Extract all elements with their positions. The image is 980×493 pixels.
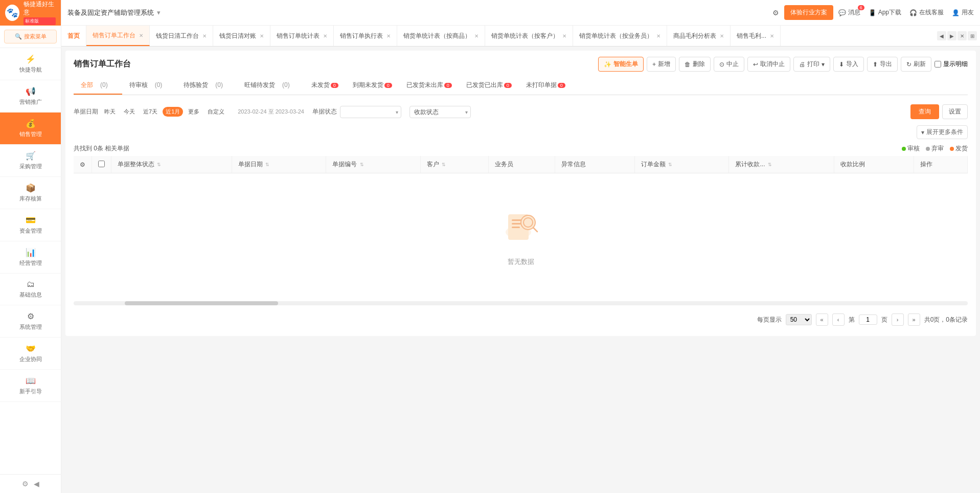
- tab-close-goods-stats[interactable]: ✕: [474, 33, 478, 39]
- horizontal-scrollbar[interactable]: [74, 301, 968, 305]
- per-page-select[interactable]: 50 10 20 100: [786, 314, 812, 325]
- tab-close-sales-margin[interactable]: ✕: [770, 33, 774, 39]
- sidebar-item-system[interactable]: ⚙ 系统管理: [0, 305, 61, 338]
- sidebar-item-inventory[interactable]: 📦 库存核算: [0, 177, 61, 209]
- audit-op[interactable]: 审核: [902, 144, 920, 153]
- date-opt-1month[interactable]: 近1月: [163, 107, 183, 117]
- sub-tab-overdue[interactable]: 到期未发货0: [346, 77, 399, 95]
- date-opt-more[interactable]: 更多: [185, 107, 202, 117]
- expand-filter-button[interactable]: ▾ 展开更多条件: [917, 125, 968, 139]
- unaudit-op[interactable]: 弃审: [926, 144, 944, 153]
- delete-button[interactable]: 🗑 删除: [679, 57, 711, 72]
- smart-generate-button[interactable]: ✨ 智能生单: [598, 57, 644, 72]
- tab-expand[interactable]: ⊞: [968, 31, 977, 40]
- sales-stats-tab-label: 销售订单统计表: [277, 32, 320, 40]
- add-button[interactable]: + 新增: [647, 57, 676, 72]
- status-select[interactable]: [340, 106, 401, 118]
- search-menu-button[interactable]: 🔍 搜索菜单: [4, 30, 57, 43]
- tab-sales-stats[interactable]: 销售订单统计表 ✕: [270, 26, 334, 46]
- sub-tab-pending-inspect[interactable]: 待拣验货(0): [176, 77, 237, 95]
- sub-tab-pending-inspect-label: 待拣验货: [184, 81, 208, 88]
- app-download-area[interactable]: 📱 App下载: [869, 8, 901, 17]
- sub-tab-not-shipped[interactable]: 未发货0: [304, 77, 346, 95]
- tab-customer-stats[interactable]: 销货单统计表（按客户） ✕: [485, 26, 573, 46]
- col-setting[interactable]: ⚙: [74, 156, 92, 173]
- export-button[interactable]: ⬆ 导出: [867, 57, 898, 72]
- tab-daily-clearance[interactable]: 钱货日清工作台 ✕: [150, 26, 213, 46]
- sort-icon-number[interactable]: ⇅: [360, 162, 364, 167]
- settings-bottom-icon[interactable]: ⚙: [22, 480, 29, 488]
- page-next-button[interactable]: ›: [892, 313, 904, 326]
- svg-rect-3: [512, 223, 522, 225]
- ship-op[interactable]: 发货: [950, 144, 968, 153]
- sort-icon-amount[interactable]: ⇅: [668, 162, 672, 167]
- sub-tab-shipped-out[interactable]: 已发货已出库0: [459, 77, 519, 95]
- stop-button[interactable]: ⊙ 中止: [714, 57, 744, 72]
- sort-icon-date[interactable]: ⇅: [265, 162, 269, 167]
- select-all-checkbox[interactable]: [98, 161, 105, 167]
- tab-sales-margin[interactable]: 销售毛利... ✕: [731, 26, 781, 46]
- message-area[interactable]: 💬 消息 6: [838, 8, 860, 17]
- tab-daily-reconciliation[interactable]: 钱货日清对账 ✕: [213, 26, 270, 46]
- print-button[interactable]: 🖨 打印 ▾: [793, 57, 830, 72]
- set-button[interactable]: 设置: [942, 104, 968, 119]
- tab-close-customer-stats[interactable]: ✕: [562, 33, 566, 39]
- date-opt-yesterday[interactable]: 昨天: [101, 107, 119, 117]
- sidebar-item-marketing[interactable]: 📢 营销推广: [0, 80, 61, 113]
- tab-sales-workbench[interactable]: 销售订单工作台 ✕: [86, 26, 150, 46]
- query-button[interactable]: 查询: [910, 104, 939, 119]
- page-prev-button[interactable]: ‹: [832, 313, 845, 326]
- show-detail-checkbox[interactable]: [935, 61, 941, 68]
- sidebar-item-sales[interactable]: 💰 销售管理: [0, 113, 61, 145]
- sub-tab-not-printed[interactable]: 未打印单据0: [519, 77, 573, 95]
- sidebar-item-enterprise[interactable]: 🤝 企业协同: [0, 338, 61, 370]
- cancel-stop-button[interactable]: ↩ 取消中止: [747, 57, 790, 72]
- tab-close-salesman-stats[interactable]: ✕: [656, 33, 660, 39]
- collapse-icon[interactable]: ◀: [34, 480, 39, 488]
- page-first-button[interactable]: «: [816, 313, 828, 326]
- date-opt-7days[interactable]: 近7天: [140, 107, 161, 117]
- online-service-area[interactable]: 🎧 在线客服: [909, 8, 944, 17]
- tab-close-sales-workbench[interactable]: ✕: [139, 33, 143, 38]
- user-area[interactable]: 👤 用友: [952, 8, 974, 17]
- sidebar-item-guide[interactable]: 📖 新手引导: [0, 370, 61, 402]
- col-checkbox[interactable]: [92, 156, 111, 173]
- tab-scroll-left[interactable]: ◀: [937, 31, 946, 40]
- date-opt-custom[interactable]: 自定义: [204, 107, 227, 117]
- refresh-button[interactable]: ↻ 刷新: [901, 57, 931, 72]
- sort-icon-collected[interactable]: ⇅: [768, 162, 772, 167]
- show-detail-label[interactable]: 显示明细: [935, 60, 968, 69]
- tab-margin-analysis[interactable]: 商品毛利分析表 ✕: [667, 26, 731, 46]
- tab-close-daily-clearance[interactable]: ✕: [202, 33, 207, 39]
- tab-salesman-stats[interactable]: 销货单统计表（按业务员） ✕: [573, 26, 667, 46]
- tab-close-sales-exec[interactable]: ✕: [386, 33, 391, 39]
- sub-tab-pending-audit[interactable]: 待审核(0): [122, 77, 177, 95]
- tab-close-all[interactable]: ✕: [958, 31, 967, 40]
- payment-select[interactable]: 收款状态: [409, 106, 471, 118]
- tab-close-sales-stats[interactable]: ✕: [323, 33, 327, 39]
- sidebar-item-operations[interactable]: 📊 经营管理: [0, 241, 61, 274]
- tab-close-margin-analysis[interactable]: ✕: [720, 33, 724, 39]
- tab-sales-exec[interactable]: 销售订单执行表 ✕: [334, 26, 397, 46]
- sidebar-item-basic-info[interactable]: 🗂 基础信息: [0, 274, 61, 305]
- scrollbar-thumb[interactable]: [125, 301, 278, 305]
- tab-home[interactable]: 首页: [61, 26, 86, 46]
- tab-close-daily-reconciliation[interactable]: ✕: [260, 33, 264, 39]
- sub-tab-wangpu-pending[interactable]: 旺铺待发货(0): [237, 77, 304, 95]
- sort-icon-customer[interactable]: ⇅: [442, 162, 446, 167]
- industry-button[interactable]: 体验行业方案: [784, 5, 833, 20]
- tab-goods-stats[interactable]: 销货单统计表（按商品） ✕: [397, 26, 485, 46]
- date-opt-today[interactable]: 今天: [121, 107, 138, 117]
- sort-icon-status[interactable]: ⇅: [157, 162, 161, 167]
- sidebar-search-area[interactable]: 🔍 搜索菜单: [0, 26, 61, 48]
- page-input[interactable]: [859, 315, 877, 325]
- sub-tab-all[interactable]: 全部(0): [74, 77, 122, 95]
- tab-scroll-right[interactable]: ▶: [947, 31, 956, 40]
- sidebar-item-finance[interactable]: 💳 资金管理: [0, 209, 61, 241]
- sub-tab-shipped-not-out[interactable]: 已发货未出库0: [399, 77, 459, 95]
- page-last-button[interactable]: »: [908, 313, 920, 326]
- topbar-gear-icon[interactable]: ⚙: [772, 9, 779, 17]
- sidebar-item-quick-nav[interactable]: ⚡ 快捷导航: [0, 48, 61, 80]
- sidebar-item-purchase[interactable]: 🛒 采购管理: [0, 145, 61, 177]
- import-button[interactable]: ⬇ 导入: [833, 57, 864, 72]
